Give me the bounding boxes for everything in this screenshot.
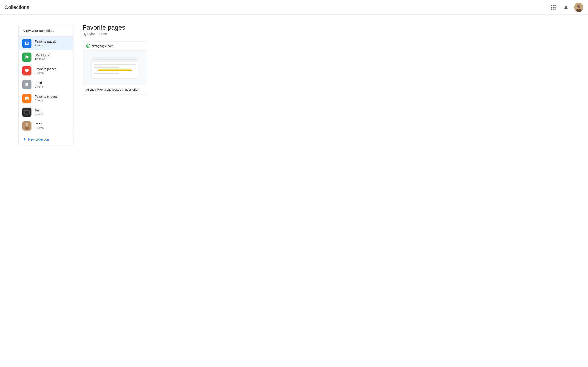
apps-icon [551,5,556,10]
collection-icon-want-to-go [22,52,32,62]
collection-list: Favorite pages 9 items Want to go 12 ite… [19,36,73,133]
browser-mock-header [92,58,138,62]
collection-icon-favorite-pages [22,39,32,48]
browser-mock-body [92,62,138,78]
sidebar-item-favorite-images[interactable]: Favorite images 4 items [19,92,73,105]
svg-point-1 [577,5,580,8]
collection-info-favorite-pages: Favorite pages 9 items [35,40,69,47]
collection-info-favorite-places: Favorite places 3 items [35,67,69,75]
collection-name-food: Food [35,81,69,85]
content-area: Favorite pages By Dylan · 1 item 9to5goo… [83,24,579,146]
collection-icon-tech [22,108,32,117]
header-actions [548,3,583,12]
main-layout: View your collections Favorite pages 9 i… [0,15,588,155]
sidebar-heading: View your collections [19,24,73,36]
sidebar-card: View your collections Favorite pages 9 i… [18,24,73,146]
collection-count-favorite-images: 4 items [35,99,69,102]
collection-info-pearl: Pearl 2 items [35,122,69,130]
svg-rect-7 [26,114,28,115]
svg-point-9 [26,123,28,126]
svg-point-10 [25,127,29,130]
collection-title: Favorite pages [83,24,579,31]
app-title: Collections [5,4,29,10]
collection-name-pearl: Pearl [35,122,69,126]
collection-info-food: Food 0 items [35,81,69,88]
card-url-bar: 9to5google.com [83,42,147,50]
notifications-button[interactable] [561,3,571,12]
collection-count-favorite-places: 3 items [35,71,69,75]
collection-info-want-to-go: Want to go 12 items [35,53,69,61]
svg-rect-6 [25,111,29,114]
sidebar-item-food[interactable]: Food 0 items [19,78,73,92]
new-collection-label: New collection [28,138,49,141]
card-card-1[interactable]: 9to5google.com [83,41,147,95]
collection-count-pearl: 2 items [35,126,69,130]
collection-count-tech: 3 items [35,113,69,116]
collection-name-favorite-images: Favorite images [35,95,69,98]
url-icon [86,44,90,48]
content-header: Favorite pages By Dylan · 1 item [83,24,579,36]
collection-name-favorite-pages: Favorite pages [35,40,69,43]
card-url: 9to5google.com [92,44,113,48]
collection-name-tech: Tech [35,108,69,112]
collection-name-want-to-go: Want to go [35,53,69,57]
sidebar: View your collections Favorite pages 9 i… [18,24,73,146]
user-avatar[interactable] [574,3,583,12]
collection-count-want-to-go: 12 items [35,58,69,61]
sidebar-item-pearl[interactable]: Pearl 2 items [19,119,73,133]
collection-info-tech: Tech 3 items [35,108,69,116]
collection-icon-favorite-images [22,94,32,103]
sidebar-item-tech[interactable]: Tech 3 items [19,105,73,119]
collection-count-food: 0 items [35,85,69,88]
apps-button[interactable] [548,3,558,12]
notifications-icon [563,5,569,10]
browser-mock [92,58,138,78]
collection-info-favorite-images: Favorite images 4 items [35,95,69,102]
plus-icon: + [23,137,26,142]
app-header: Collections [0,0,588,15]
card-title: Alleged Pixel 3 Lite leaked images offer [83,85,147,94]
card-preview [83,50,147,85]
new-collection-button[interactable]: + New collection [19,133,73,146]
cards-grid: 9to5google.com [83,41,579,95]
sidebar-item-favorite-pages[interactable]: Favorite pages 9 items [19,36,73,50]
collection-icon-food [22,80,32,89]
sidebar-item-want-to-go[interactable]: Want to go 12 items [19,50,73,64]
collection-icon-pearl [22,121,32,131]
collection-name-favorite-places: Favorite places [35,67,69,71]
collection-count-favorite-pages: 9 items [35,44,69,47]
sidebar-item-favorite-places[interactable]: Favorite places 3 items [19,64,73,78]
collection-subtitle: By Dylan · 1 item [83,32,579,36]
avatar-image [574,3,583,12]
collection-icon-favorite-places [22,66,32,75]
